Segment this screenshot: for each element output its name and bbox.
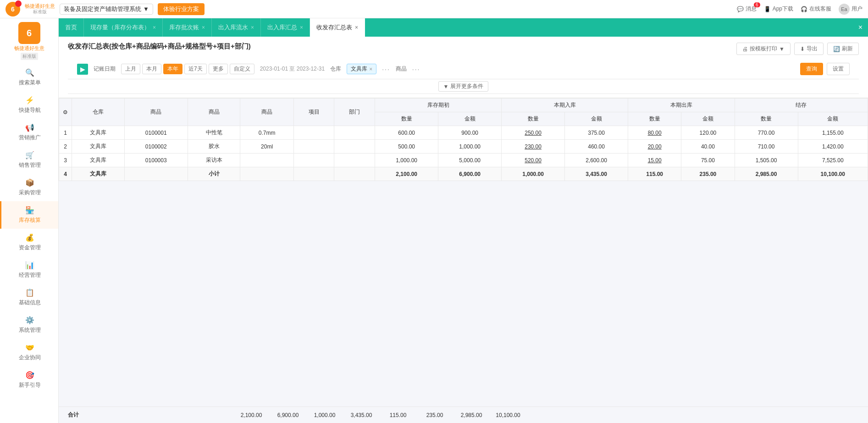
sidebar-item-label: 营销推广: [19, 134, 41, 142]
app-download-action[interactable]: 📱 App下载: [764, 5, 793, 13]
cell-in-qty[interactable]: 520.00: [502, 154, 565, 167]
total-bal-qty: 2,985.00: [453, 412, 490, 418]
date-cur-year[interactable]: 本年: [163, 64, 182, 74]
tab-home[interactable]: 首页: [59, 18, 84, 37]
date-prev-month[interactable]: 上月: [121, 64, 140, 74]
tab-batch[interactable]: 库存批次账 ×: [163, 18, 212, 37]
purchase-icon: 📦: [25, 178, 34, 187]
filter-row: ▶ 记账日期 上月 本月 本年 近7天 更多 自定义 2023-01-01 至 …: [68, 59, 859, 79]
chevron-down-icon: ▼: [443, 83, 449, 90]
cell-name: 胶水: [188, 140, 240, 154]
cell-bal-amt: 10,100.00: [798, 167, 868, 181]
sidebar-tag: 标准版: [21, 53, 38, 60]
sidebar-item-label: 销售管理: [19, 161, 41, 169]
tab-bar-close-all[interactable]: ×: [853, 23, 868, 32]
cell-out-qty[interactable]: 115.00: [628, 167, 681, 181]
cell-no: 1: [59, 126, 72, 140]
tab-stock-close[interactable]: ×: [153, 24, 156, 31]
settings-button[interactable]: 设置: [827, 63, 850, 75]
system-selector[interactable]: 装备及固定资产辅助管理系统 ▼: [60, 4, 153, 15]
cell-in-amt: 3,435.00: [565, 167, 628, 181]
tab-flow-close[interactable]: ×: [251, 24, 254, 31]
tab-stock-label: 现存量（库存分布表）: [90, 23, 150, 32]
message-action[interactable]: 💬 消息 6: [737, 5, 757, 13]
warehouse-filter-tag: 文具库 ×: [347, 64, 376, 74]
tab-inout-summary-close[interactable]: ×: [300, 24, 303, 31]
cell-out-qty[interactable]: 15.00: [628, 154, 681, 167]
tab-receive-close[interactable]: ×: [355, 24, 358, 31]
sidebar-item-basic[interactable]: 📋 基础信息: [0, 284, 58, 311]
th-in-qty: 数量: [502, 112, 565, 126]
refresh-button[interactable]: 🔄 刷新: [827, 43, 859, 55]
user-action[interactable]: Ea 用户: [839, 4, 862, 15]
tab-home-label: 首页: [65, 23, 77, 32]
date-7days[interactable]: 近7天: [184, 64, 207, 74]
topbar: 6 畅捷通好生意 标准版 装备及固定资产辅助管理系统 ▼ 体验行业方案 💬 消息…: [0, 0, 868, 18]
cell-spec: 0.7mm: [240, 126, 293, 140]
sidebar-item-sales[interactable]: 🛒 销售管理: [0, 146, 58, 174]
sidebar-item-marketing[interactable]: 📢 营销推广: [0, 119, 58, 146]
warehouse-dots[interactable]: ···: [382, 66, 390, 73]
date-cur-month[interactable]: 本月: [142, 64, 161, 74]
date-custom[interactable]: 自定义: [230, 64, 254, 74]
online-service-action[interactable]: 🎧 在线客服: [801, 5, 831, 13]
sidebar-item-search[interactable]: 🔍 搜索菜单: [0, 64, 58, 91]
expand-btn[interactable]: ▼ 展开更多条件: [438, 81, 489, 92]
sidebar-brand: 畅捷通好生意: [14, 45, 44, 52]
th-warehouse: 仓库: [72, 99, 125, 126]
cell-in-qty[interactable]: 1,000.00: [502, 167, 565, 181]
tab-receive[interactable]: 收发存汇总表 ×: [310, 18, 365, 37]
sidebar-item-system[interactable]: ⚙️ 系统管理: [0, 311, 58, 339]
date-more[interactable]: 更多: [209, 64, 228, 74]
cell-init-qty: 500.00: [375, 140, 438, 154]
cell-bal-qty: 710.00: [735, 140, 798, 154]
operation-icon: 📊: [25, 261, 34, 269]
sidebar-item-purchase[interactable]: 📦 采购管理: [0, 174, 58, 201]
th-settings[interactable]: ⚙: [59, 99, 72, 126]
export-button[interactable]: ⬇ 导出: [794, 43, 824, 55]
cell-out-qty[interactable]: 80.00: [628, 126, 681, 140]
cell-bal-amt: 7,525.00: [798, 154, 868, 167]
cell-project: [293, 154, 334, 167]
header-right-actions: 🖨 按模板打印 ▼ ⬇ 导出 🔄 刷新: [736, 43, 859, 55]
print-button[interactable]: 🖨 按模板打印 ▼: [736, 43, 791, 55]
cell-out-qty[interactable]: 20.00: [628, 140, 681, 154]
sidebar-item-quick[interactable]: ⚡ 快捷导航: [0, 91, 58, 119]
th-code: 商品: [124, 99, 188, 126]
cell-in-qty[interactable]: 250.00: [502, 126, 565, 140]
th-in-amt: 金额: [565, 112, 628, 126]
table-row: 2文具库0100002胶水20ml500.001,000.00230.00460…: [59, 140, 868, 154]
tab-flow[interactable]: 出入库流水 ×: [212, 18, 261, 37]
tab-inout-summary-label: 出入库汇总: [267, 23, 297, 32]
cell-code: 0100003: [124, 154, 188, 167]
cell-bal-qty: 1,505.00: [735, 154, 798, 167]
page-header: 收发存汇总表(按仓库+商品编码+商品+规格型号+项目+部门) 🖨 按模板打印 ▼…: [59, 37, 868, 98]
cell-warehouse: 文具库: [72, 140, 125, 154]
tab-batch-label: 库存批次账: [169, 23, 199, 32]
chevron-down-icon: ▼: [779, 46, 785, 52]
message-icon: 💬: [737, 6, 744, 12]
sidebar-item-enterprise[interactable]: 🤝 企业协同: [0, 339, 58, 366]
goods-dots[interactable]: ···: [412, 66, 420, 73]
cell-name: 采访本: [188, 154, 240, 167]
collapse-btn[interactable]: ▶: [77, 64, 88, 75]
cell-init-qty: 1,000.00: [375, 154, 438, 167]
tab-inout-summary[interactable]: 出入库汇总 ×: [261, 18, 310, 37]
avatar: Ea: [839, 4, 850, 15]
sidebar-item-newbie[interactable]: 🎯 新手引导: [0, 366, 58, 394]
tab-batch-close[interactable]: ×: [202, 24, 205, 31]
cell-out-amt: 235.00: [681, 167, 735, 181]
total-in-qty: 1,000.00: [306, 412, 343, 418]
warehouse-filter-close[interactable]: ×: [369, 66, 372, 72]
system-icon: ⚙️: [25, 316, 34, 324]
trial-button[interactable]: 体验行业方案: [158, 3, 205, 15]
cell-in-amt: 460.00: [565, 140, 628, 154]
sidebar-item-inventory[interactable]: 🏪 库存核算: [0, 201, 58, 229]
enterprise-icon: 🤝: [25, 343, 34, 352]
tab-stock[interactable]: 现存量（库存分布表） ×: [84, 18, 163, 37]
sidebar-item-finance[interactable]: 💰 资金管理: [0, 229, 58, 256]
sidebar-item-operation[interactable]: 📊 经营管理: [0, 256, 58, 284]
query-button[interactable]: 查询: [800, 63, 823, 75]
cell-in-qty[interactable]: 230.00: [502, 140, 565, 154]
logo-badge: [15, 0, 22, 7]
